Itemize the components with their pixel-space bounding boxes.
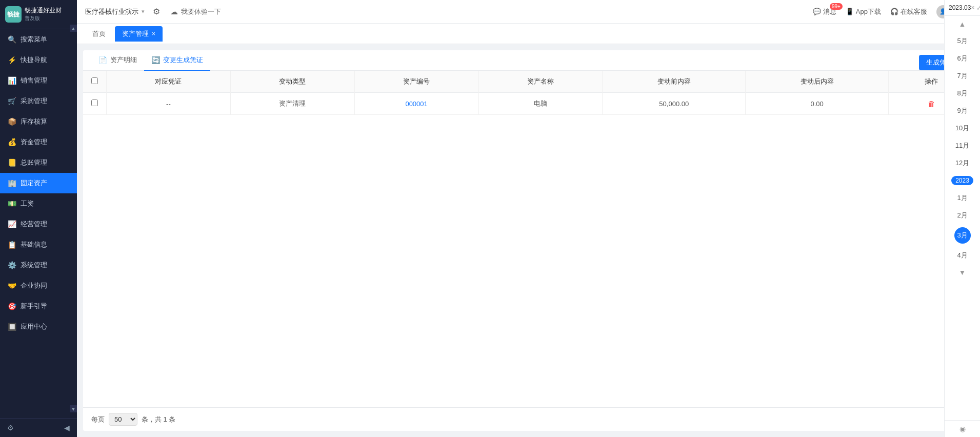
date-month-9[interactable]: 9月 [945,102,980,120]
ledger-icon: 📒 [7,158,16,167]
date-month-4[interactable]: 4月 [945,247,980,264]
sidebar-item-payroll[interactable]: 💵 工资 [0,193,77,214]
date-panel-close-btn[interactable]: × [971,4,974,11]
date-panel-header: 2023.03 × ⤢ [945,0,980,16]
tab-bar: 首页 资产管理 × [77,24,980,44]
date-month-8[interactable]: 8月 [945,85,980,102]
date-panel-scroll: ▲ 5月 6月 7月 8月 9月 10月 11月 12月 2023 1月 2月 … [945,16,980,420]
sidebar-scroll-down[interactable]: ▼ [70,405,77,412]
row-asset-name: 电脑 [478,93,603,115]
sidebar-item-label: 经营管理 [21,220,47,229]
company-selector[interactable]: 医疗器械行业演示 ▾ [85,7,145,16]
customer-service-icon: 🎧 [890,8,898,15]
row-checkbox-cell [83,93,107,115]
sidebar-item-inventory[interactable]: 📦 库存核算 [0,111,77,132]
subtab-asset-detail[interactable]: 📄 资产明细 [91,50,144,71]
sidebar-item-search[interactable]: 🔍 搜索菜单 [0,29,77,50]
company-name: 医疗器械行业演示 [85,7,138,16]
topbar: 医疗器械行业演示 ▾ ⚙ ☁ 我要体验一下 💬 消息 99+ 📱 App下载 🎧… [77,0,980,24]
tab-home[interactable]: 首页 [85,26,113,42]
year-badge: 2023 [951,176,973,185]
pagination: 每页 50 10 20 100 条，共 1 条 [83,407,974,431]
date-panel-expand-btn[interactable]: ⤢ [976,4,980,11]
sidebar-item-basic-info[interactable]: 📋 基础信息 [0,234,77,255]
sidebar-item-label: 工资 [21,199,34,208]
sidebar-item-guide[interactable]: 🎯 新手引导 [0,296,77,316]
sidebar-item-finance[interactable]: 💰 资金管理 [0,132,77,152]
notification-button[interactable]: 💬 消息 99+ [813,7,836,16]
sidebar: 畅捷 畅捷通好业财 普及版 ▲ 🔍 搜索菜单 ⚡ 快捷导航 📊 销售管理 🛒 采… [0,0,77,437]
sales-icon: 📊 [7,76,16,85]
sidebar-item-label: 应用中心 [21,322,47,331]
total-label: 条，共 1 条 [142,415,175,424]
sidebar-item-app-center[interactable]: 🔲 应用中心 [0,316,77,337]
logo-text-container: 畅捷通好业财 普及版 [25,7,62,22]
date-month-3-container: 3月 [945,224,980,247]
sidebar-item-operations[interactable]: 📈 经营管理 [0,214,77,234]
subtab-change-voucher[interactable]: 🔄 变更生成凭证 [144,50,210,71]
sidebar-item-label: 企业协同 [21,281,47,290]
sidebar-scroll-up[interactable]: ▲ [70,25,77,32]
sidebar-item-label: 总账管理 [21,158,47,167]
sidebar-item-quick-nav[interactable]: ⚡ 快捷导航 [0,50,77,70]
date-month-1[interactable]: 1月 [945,189,980,207]
data-table: 对应凭证 变动类型 资产编号 资产名称 变动前内容 变动后内容 操作 -- [83,71,974,115]
sidebar-item-fixed-assets[interactable]: 🏢 固定资产 [0,173,77,193]
main-area: 医疗器械行业演示 ▾ ⚙ ☁ 我要体验一下 💬 消息 99+ 📱 App下载 🎧… [77,0,980,437]
sidebar-item-label: 搜索菜单 [21,35,47,44]
date-panel-nav-down: ▼ [945,264,980,281]
date-month-10[interactable]: 10月 [945,120,980,137]
sys-mgmt-icon: ⚙️ [7,261,16,269]
experience-button[interactable]: ☁ 我要体验一下 [170,7,221,16]
date-month-11[interactable]: 11月 [945,137,980,154]
table-header-row: 对应凭证 变动类型 资产编号 资产名称 变动前内容 变动后内容 操作 [83,71,974,93]
date-month-3[interactable]: 3月 [954,227,971,244]
subtab-change-voucher-label: 变更生成凭证 [163,55,203,65]
app-download-icon: 📱 [846,8,854,15]
sidebar-item-ledger[interactable]: 📒 总账管理 [0,152,77,173]
notification-icon: 💬 [813,8,821,15]
tab-asset-management[interactable]: 资产管理 × [115,26,163,42]
operations-icon: 📈 [7,220,16,228]
delete-icon[interactable]: 🗑 [928,100,935,108]
date-month-6[interactable]: 6月 [945,50,980,67]
select-all-checkbox[interactable] [91,77,98,84]
search-icon: 🔍 [7,35,16,44]
collab-icon: 🤝 [7,282,16,290]
app-title: 畅捷通好业财 [25,7,62,15]
sidebar-item-sales[interactable]: 📊 销售管理 [0,70,77,91]
fixed-assets-icon: 🏢 [7,179,16,187]
row-voucher: -- [107,93,231,115]
sidebar-item-label: 固定资产 [21,178,47,188]
date-panel: 2023.03 × ⤢ ▲ 5月 6月 7月 8月 9月 10月 11月 12月… [944,0,980,437]
tab-close-icon[interactable]: × [152,30,155,37]
row-after-change: 0.00 [746,93,889,115]
topbar-settings-icon[interactable]: ⚙ [153,7,160,16]
company-arrow-icon: ▾ [142,8,145,15]
collapse-icon[interactable]: ◀ [64,424,70,432]
per-page-select[interactable]: 50 10 20 100 [109,413,137,426]
customer-service-button[interactable]: 🎧 在线客服 [890,7,927,16]
sidebar-nav: 🔍 搜索菜单 ⚡ 快捷导航 📊 销售管理 🛒 采购管理 📦 库存核算 💰 资金管… [0,29,77,418]
sidebar-item-purchase[interactable]: 🛒 采购管理 [0,91,77,111]
date-month-7[interactable]: 7月 [945,67,980,85]
row-change-type: 资产清理 [230,93,354,115]
th-after-change: 变动后内容 [746,71,889,93]
cloud-icon: ☁ [170,7,178,16]
sidebar-item-label: 采购管理 [21,96,47,106]
date-month-2[interactable]: 2月 [945,207,980,224]
settings-bottom-icon[interactable]: ⚙ [7,424,14,432]
date-month-12[interactable]: 12月 [945,154,980,172]
app-center-icon: 🔲 [7,323,16,331]
main-card: 📄 资产明细 🔄 变更生成凭证 生成凭证 ▾ [83,50,974,431]
app-download-button[interactable]: 📱 App下载 [846,7,881,16]
date-panel-up-button[interactable]: ▲ [956,18,969,30]
th-checkbox [83,71,107,93]
date-month-5[interactable]: 5月 [945,32,980,50]
date-panel-down-button[interactable]: ▼ [956,266,969,279]
date-panel-bottom-icon[interactable]: ◉ [959,425,966,433]
row-checkbox[interactable] [91,100,98,106]
sidebar-item-sys-mgmt[interactable]: ⚙️ 系统管理 [0,255,77,275]
sidebar-item-label: 新手引导 [21,302,47,311]
sidebar-item-collab[interactable]: 🤝 企业协同 [0,275,77,296]
